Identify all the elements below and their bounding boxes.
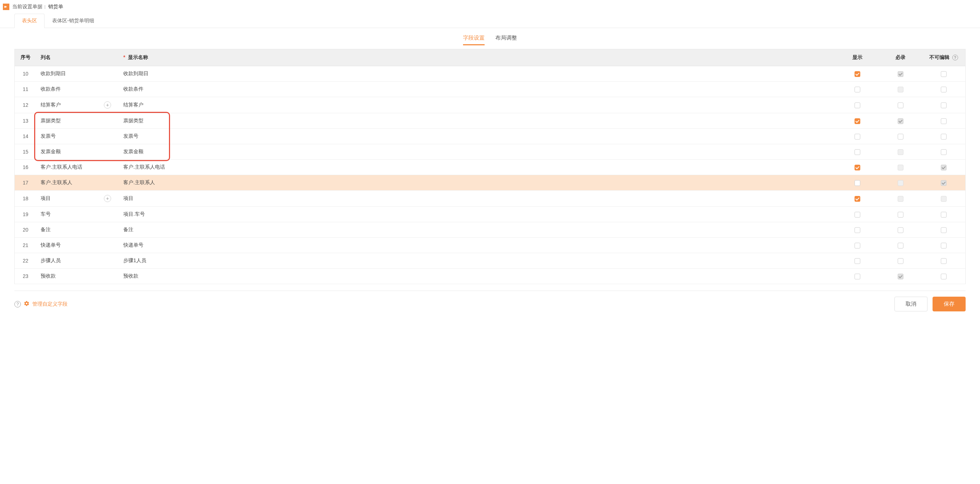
row-col-name: 结算客户+ [36,97,119,113]
row-seq: 14 [15,129,36,144]
readonly-checkbox [941,180,947,186]
row-display-name[interactable]: 收款条件 [119,82,836,97]
row-col-name: 步骤人员 [36,253,119,269]
show-checkbox[interactable] [854,118,860,124]
row-seq: 22 [15,253,36,269]
row-name-text: 收款到期日 [41,70,66,77]
row-seq: 20 [15,222,36,238]
cancel-button[interactable]: 取消 [894,297,928,311]
readonly-cell [922,222,965,238]
readonly-checkbox[interactable] [941,212,947,218]
show-checkbox[interactable] [854,180,860,186]
required-cell [879,129,922,144]
table-row: 19车号项目.车号 [15,207,965,222]
row-display-name[interactable]: 发票金额 [119,144,836,160]
show-checkbox[interactable] [854,87,860,92]
show-checkbox[interactable] [854,227,860,233]
table-row: 12结算客户+结算客户 [15,97,965,113]
show-checkbox[interactable] [854,149,860,155]
show-checkbox[interactable] [854,165,860,170]
readonly-checkbox[interactable] [941,87,947,92]
readonly-checkbox[interactable] [941,258,947,264]
row-seq: 23 [15,269,36,284]
required-cell [879,66,922,82]
required-checkbox[interactable] [898,134,904,140]
readonly-cell [922,191,965,207]
row-name-text: 车号 [41,211,51,218]
main-tab-0[interactable]: 表头区 [14,14,45,28]
required-checkbox[interactable] [898,258,904,264]
readonly-checkbox[interactable] [941,243,947,248]
required-checkbox [898,118,904,124]
row-col-name: 车号 [36,207,119,222]
show-checkbox[interactable] [854,274,860,279]
show-cell [836,113,879,129]
readonly-checkbox[interactable] [941,71,947,77]
sub-tab-0[interactable]: 字段设置 [463,35,485,45]
manage-custom-fields-link[interactable]: 管理自定义字段 [32,301,68,307]
required-checkbox[interactable] [898,102,904,108]
row-display-name[interactable]: 步骤1人员 [119,253,836,269]
readonly-cell [922,160,965,175]
show-checkbox[interactable] [854,212,860,218]
row-display-name[interactable]: 客户.主联系人 [119,175,836,191]
readonly-checkbox [941,196,947,202]
row-display-name[interactable]: 项目 [119,191,836,207]
readonly-checkbox[interactable] [941,118,947,124]
readonly-checkbox[interactable] [941,274,947,279]
readonly-cell [922,113,965,129]
readonly-checkbox[interactable] [941,134,947,140]
row-display-name[interactable]: 结算客户 [119,97,836,113]
required-checkbox[interactable] [898,227,904,233]
sub-tab-1[interactable]: 布局调整 [495,35,517,45]
readonly-checkbox[interactable] [941,227,947,233]
plus-icon[interactable]: + [104,101,111,108]
help-icon[interactable]: ? [952,55,958,61]
readonly-checkbox[interactable] [941,102,947,108]
required-checkbox [898,274,904,279]
show-checkbox[interactable] [854,243,860,248]
show-checkbox[interactable] [854,196,860,202]
readonly-cell [922,238,965,253]
required-cell [879,113,922,129]
show-cell [836,160,879,175]
show-cell [836,129,879,144]
row-name-text: 客户.主联系人电话 [41,164,82,170]
required-checkbox [898,87,904,92]
show-checkbox[interactable] [854,102,860,108]
readonly-cell [922,66,965,82]
row-display-name[interactable]: 项目.车号 [119,207,836,222]
required-checkbox[interactable] [898,212,904,218]
row-display-name[interactable]: 预收款 [119,269,836,284]
col-readonly-header: 不可编辑 ? [922,49,965,66]
row-display-name[interactable]: 客户.主联系人电话 [119,160,836,175]
table-row: 16客户.主联系人电话客户.主联系人电话 [15,160,965,175]
show-cell [836,253,879,269]
required-checkbox[interactable] [898,243,904,248]
field-table: 序号 列名 * 显示名称 显示 必录 不可编辑 ? 10 [15,49,965,284]
required-cell [879,253,922,269]
show-cell [836,222,879,238]
show-checkbox[interactable] [854,134,860,140]
footer-left: ? 管理自定义字段 [14,301,68,307]
row-name-text: 备注 [41,226,51,233]
footer-help-icon[interactable]: ? [14,301,21,307]
required-cell [879,222,922,238]
row-display-name[interactable]: 快递单号 [119,238,836,253]
readonly-checkbox[interactable] [941,149,947,155]
main-tab-1[interactable]: 表体区-销货单明细 [45,14,102,28]
row-display-name[interactable]: 备注 [119,222,836,238]
save-button[interactable]: 保存 [932,297,966,311]
show-checkbox[interactable] [854,71,860,77]
row-display-name[interactable]: 票据类型 [119,113,836,129]
row-display-name[interactable]: 发票号 [119,129,836,144]
required-cell [879,97,922,113]
row-seq: 19 [15,207,36,222]
plus-icon[interactable]: + [104,195,111,202]
expand-icon[interactable] [3,3,10,10]
table-container: 序号 列名 * 显示名称 显示 必录 不可编辑 ? 10 [14,49,966,284]
row-display-name[interactable]: 收款到期日 [119,66,836,82]
show-checkbox[interactable] [854,258,860,264]
table-row: 17客户.主联系人客户.主联系人 [15,175,965,191]
required-cell [879,175,922,191]
